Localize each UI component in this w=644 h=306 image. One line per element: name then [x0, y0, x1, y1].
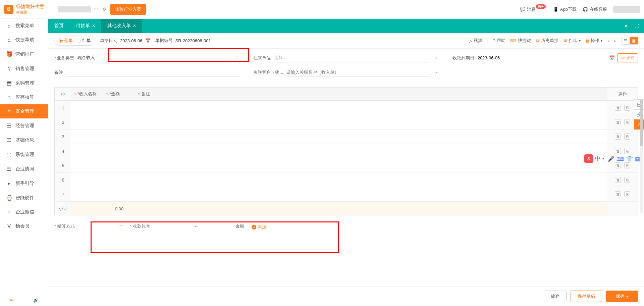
sidebar-item[interactable]: ⌚智能硬件	[0, 191, 48, 205]
remark-cell[interactable]	[135, 144, 607, 158]
sidebar-item[interactable]: ▸新手引导	[0, 176, 48, 191]
income-cell[interactable]	[71, 173, 103, 187]
copy-row-icon[interactable]: ⎘	[624, 105, 630, 111]
income-column-header[interactable]: ⇅*收入名称	[71, 88, 103, 101]
print-tool[interactable]: 🖶打印 ▾	[563, 38, 581, 44]
unit-select[interactable]: 选择...	[273, 53, 429, 62]
sidebar-item[interactable]: ⌕搜索菜单	[0, 19, 48, 33]
delete-row-icon[interactable]: 🗑	[615, 162, 621, 168]
income-cell[interactable]	[71, 158, 103, 173]
app-download-link[interactable]: 📱 App下载	[553, 6, 577, 12]
table-row[interactable]: 4🗑⎘	[55, 144, 638, 158]
radio-red[interactable]: 红单	[77, 38, 91, 44]
sidebar-item[interactable]: ⌂快捷导航	[0, 33, 48, 47]
sidebar-item[interactable]: ☰基础信息	[0, 133, 48, 147]
table-row[interactable]: 2🗑⎘	[55, 115, 638, 130]
gear-icon[interactable]: ⚙	[102, 7, 106, 12]
prev-icon[interactable]: ◂	[607, 38, 609, 43]
ime-logo-icon[interactable]: S	[584, 154, 593, 163]
copy-row-icon[interactable]: ⎘	[624, 148, 630, 154]
view-list-button[interactable]: ☰	[622, 37, 630, 44]
sidebar-item[interactable]: ◌系统管理	[0, 147, 48, 162]
operate-tool[interactable]: ▦操作 ▾	[585, 38, 602, 44]
remark-input[interactable]	[66, 68, 240, 76]
remark-cell[interactable]	[135, 187, 607, 202]
discard-button[interactable]: 放弃	[544, 291, 567, 302]
try-industry-button[interactable]: 体验行业方案	[110, 4, 146, 15]
table-row[interactable]: 7🗑⎘	[55, 187, 638, 202]
view-grid-button[interactable]: ▦	[630, 37, 638, 44]
calendar-icon[interactable]: 📅	[609, 55, 615, 60]
tab-fullscreen-button[interactable]: ⛶	[632, 21, 641, 31]
user-avatar[interactable]	[613, 6, 640, 13]
income-cell[interactable]	[71, 144, 103, 158]
chevron-down-icon[interactable]: ﹀	[119, 223, 123, 229]
copy-row-icon[interactable]: ⎘	[624, 134, 630, 140]
delete-row-icon[interactable]: 🗑	[615, 148, 621, 154]
ime-skin-icon[interactable]: 👕	[626, 156, 633, 162]
radio-blue[interactable]: 蓝单	[59, 38, 73, 44]
sidebar-item[interactable]: ⇪销售管理	[0, 61, 48, 76]
sidebar-item[interactable]: ⬒采购管理	[0, 76, 48, 90]
sidebar-item[interactable]: ¥资金管理	[0, 104, 48, 118]
video-tool[interactable]: ▷视频	[469, 38, 482, 44]
sidebar-item[interactable]: ⌂库存核算	[0, 90, 48, 104]
amount-cell[interactable]	[103, 130, 135, 144]
support-link[interactable]: 🎧 在线客服	[583, 6, 607, 12]
remark-cell[interactable]	[135, 158, 607, 173]
amount-cell[interactable]	[103, 158, 135, 173]
shortcut-tool[interactable]: ⌨快捷键	[510, 38, 531, 44]
amount-cell[interactable]	[103, 115, 135, 130]
copy-row-icon[interactable]: ⎘	[624, 177, 630, 183]
tab[interactable]: 首页	[48, 19, 70, 33]
ime-toolbox-icon[interactable]: ▦	[635, 156, 640, 162]
table-row[interactable]: 3🗑⎘	[55, 130, 638, 144]
scrollbar[interactable]	[640, 99, 643, 213]
gear-column[interactable]: ⚙	[55, 88, 71, 101]
amount-cell[interactable]	[103, 173, 135, 187]
settle-amount-input[interactable]	[205, 222, 245, 230]
ime-keyboard-icon[interactable]: ⌨	[616, 156, 624, 162]
settings-button[interactable]: ⚙设置	[618, 53, 638, 62]
sidebar-item[interactable]: V畅会员	[0, 219, 48, 233]
copy-row-icon[interactable]: ⎘	[624, 162, 630, 168]
sidebar-item[interactable]: 🎁营销推广	[0, 47, 48, 61]
messages-link[interactable]: 💬 消息 99+	[520, 6, 547, 12]
income-cell[interactable]	[71, 130, 103, 144]
delete-row-icon[interactable]: 🗑	[615, 191, 621, 197]
remark-column-header[interactable]: ⇅备注	[135, 88, 607, 101]
delete-row-icon[interactable]: 🗑	[615, 134, 621, 140]
income-cell[interactable]	[71, 187, 103, 202]
delete-row-icon[interactable]: 🗑	[615, 105, 621, 111]
calendar-icon[interactable]: 📅	[145, 38, 151, 43]
sidebar-sound-button[interactable]: 🔊	[24, 294, 48, 306]
sidebar-item[interactable]: ☰经营管理	[0, 118, 48, 133]
company-selector[interactable]: ﹀	[58, 6, 98, 12]
history-tool[interactable]: ▤历史单据	[536, 38, 558, 44]
ime-mic-icon[interactable]: 🎤	[608, 156, 614, 162]
more-icon[interactable]: ⋯	[434, 70, 439, 75]
ime-punct-icon[interactable]: •,	[602, 156, 606, 162]
amount-cell[interactable]	[103, 187, 135, 202]
due-date-input[interactable]	[477, 54, 607, 62]
add-settlement-button[interactable]: + 添加	[252, 224, 266, 230]
table-row[interactable]: 5🗑⎘	[55, 158, 638, 173]
delete-row-icon[interactable]: 🗑	[615, 119, 621, 125]
copy-row-icon[interactable]: ⎘	[624, 119, 630, 125]
remark-cell[interactable]	[135, 130, 607, 144]
amount-cell[interactable]	[103, 144, 135, 158]
remark-cell[interactable]	[135, 101, 607, 115]
save-draft-button[interactable]: 保存草稿	[571, 291, 602, 302]
sidebar-item[interactable]: ○企业微信	[0, 205, 48, 219]
copy-row-icon[interactable]: ⎘	[624, 191, 630, 197]
settle-account-input[interactable]	[152, 222, 189, 230]
ime-lang[interactable]: 中	[595, 155, 600, 162]
save-button[interactable]: 保存▾	[606, 291, 638, 302]
settle-method-input[interactable]	[77, 222, 117, 230]
income-cell[interactable]	[71, 101, 103, 115]
tab[interactable]: 付款单✕	[70, 19, 101, 33]
sidebar-collapse-button[interactable]: ⇤	[0, 294, 24, 306]
income-cell[interactable]	[71, 115, 103, 130]
sidebar-item[interactable]: ☰企业协同	[0, 162, 48, 176]
remark-cell[interactable]	[135, 173, 607, 187]
